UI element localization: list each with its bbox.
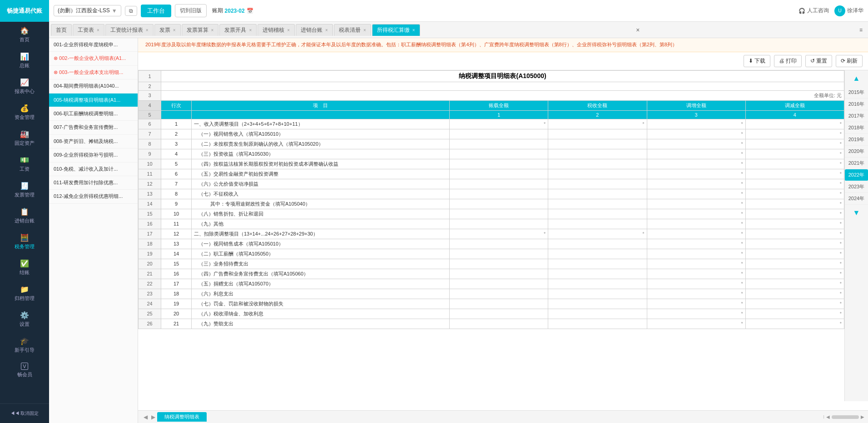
company-select[interactable]: (勿删）江西股金-LSS ▼ (54, 5, 121, 16)
calendar-icon[interactable]: 📅 (247, 8, 253, 14)
period-label: 账期 (212, 7, 223, 15)
tab-invoice-open[interactable]: 发票开具 × (219, 24, 257, 36)
sheet-tab-nav-right[interactable]: ▶ (149, 414, 157, 420)
col-header-c2: 税收全额 (548, 100, 647, 110)
tab-salary-label: 工资表 (78, 26, 94, 34)
notice-text: 2019年度涉及取以前年度继续数据的申报表单元格需要手工维护正确，才能保证本年及… (145, 42, 677, 47)
support-button[interactable]: 🎧 人工咨询 (799, 7, 829, 15)
refresh-button[interactable]: ⟳ 刷新 (836, 55, 863, 67)
form-list-item-006[interactable]: 006-职工薪酬纳税调整明细... (49, 107, 138, 121)
tab-input-ledger[interactable]: 进销台账 × (296, 24, 333, 36)
workbench-button[interactable]: 工作台 (141, 5, 171, 17)
year-item-2021[interactable]: 2021年 (845, 157, 868, 169)
tab-invoice-close[interactable]: × (173, 28, 176, 33)
form-list-item-003[interactable]: 003-一般企业成本支出明细... (49, 66, 138, 79)
form-list-item-007[interactable]: 007-广告费和业务宣传费附... (49, 121, 138, 134)
table-row: 23 18 （六）利息支出 * * (139, 289, 844, 299)
tab-tax-clear[interactable]: 税表清册 × (334, 24, 371, 36)
year-item-2017[interactable]: 2017年 (845, 110, 868, 122)
sidebar-item-asset[interactable]: 💰 资金管理 (0, 99, 49, 125)
sidebar-item-report[interactable]: 📈 报表中心 (0, 74, 49, 99)
year-item-2020[interactable]: 2020年 (845, 146, 868, 157)
tab-invoice-calc-close[interactable]: × (211, 28, 214, 33)
headset-icon: 🎧 (799, 8, 805, 14)
pin-button[interactable]: ◀◀ 取消固定 (0, 408, 49, 419)
sidebar-item-home[interactable]: 🏠 首页 (0, 22, 49, 48)
user-menu[interactable]: U 徐泽华 (834, 5, 863, 16)
sidebar-item-salary[interactable]: 💵 工资 (0, 151, 49, 177)
tab-invoice-open-close[interactable]: × (249, 28, 252, 33)
sidebar-item-newguide[interactable]: 🎓 新手引导 (0, 332, 49, 358)
year-item-2022[interactable]: 2022年 (845, 169, 868, 181)
form-list: 001-企业所得税年度纳税申... 002-一般企业收入明细表(A1... 00… (49, 38, 138, 423)
sheet-tab-nav-left[interactable]: ◀ (142, 414, 149, 420)
horizontal-scrollbar[interactable] (832, 415, 859, 419)
tab-salary-report-close[interactable]: × (146, 28, 149, 33)
sidebar-item-archive[interactable]: 📁 归档管理 (0, 280, 49, 306)
sidebar-item-tax[interactable]: 🧮 税务管理 (0, 229, 49, 255)
invoice-icon: 🧾 (20, 182, 29, 190)
sheet-tab-main[interactable]: 纳税调整明细表 (157, 412, 207, 422)
form-list-item-008[interactable]: 008-资产折旧、摊销及纳税... (49, 135, 138, 148)
tab-income-tax[interactable]: 所得税汇算缴 × (372, 24, 420, 36)
year-item-2019[interactable]: 2019年 (845, 134, 868, 146)
year-item-2024[interactable]: 2024年 (845, 193, 868, 205)
year-item-2015[interactable]: 2015年 (845, 87, 868, 98)
spreadsheet-container[interactable]: 1 纳税调整项目明细表(A105000) 2 3 全额单位 (138, 70, 868, 410)
sidebar-item-input[interactable]: 📋 进销台账 (0, 203, 49, 229)
table-row: 10 5 （四）按权益法核算长期股权投资对初始投资成本调整确认收益 * * (139, 159, 844, 169)
tab-salary-report-label: 工资统计报表 (110, 26, 143, 34)
sidebar-item-setting[interactable]: ⚙️ 设置 (0, 306, 49, 332)
tabbar-menu[interactable]: ≡ (856, 25, 866, 35)
sidebar-item-settle[interactable]: ✅ 结账 (0, 255, 49, 280)
sidebar-item-ledger[interactable]: 📊 总账 (0, 48, 49, 74)
year-item-2023[interactable]: 2023年 (845, 181, 868, 193)
oldversion-button[interactable]: 切到旧版 (175, 4, 207, 17)
tab-salary[interactable]: 工资表 × (73, 24, 104, 36)
topbar-right: 🎧 人工咨询 U 徐泽华 (799, 5, 863, 16)
copy-button[interactable]: ⧉ (125, 6, 137, 16)
sidebar-item-fixed[interactable]: 🏭 固定资产 (0, 125, 49, 151)
fixed-icon: 🏭 (20, 130, 29, 138)
tab-salary-close[interactable]: × (97, 28, 99, 33)
table-row: 21 16 （四）广告费和业务宣传费支出（填写A105060） * * (139, 269, 844, 279)
sidebar-item-invoice[interactable]: 🧾 发票管理 (0, 177, 49, 203)
tab-salary-report[interactable]: 工资统计报表 × (105, 24, 154, 36)
table-row: 1 纳税调整项目明细表(A105000) (139, 70, 844, 82)
tab-input-check[interactable]: 进销稽核 × (258, 24, 295, 36)
tabbar-close-all[interactable]: × (632, 25, 643, 35)
tab-home[interactable]: 首页 (51, 24, 72, 36)
form-list-item-002[interactable]: 002-一般企业收入明细表(A1... (49, 52, 138, 65)
sidebar-item-member[interactable]: V 畅会员 (0, 358, 49, 383)
support-label: 人工咨询 (807, 7, 829, 15)
form-list-item-004[interactable]: 004-期间费用明细表(A1040... (49, 79, 138, 93)
form-list-item-010[interactable]: 010-免税、减计收入及加计... (49, 162, 138, 176)
tab-input-check-close[interactable]: × (287, 28, 290, 33)
form-list-item-009[interactable]: 009-企业所得税弥补亏损明... (49, 148, 138, 162)
sidebar-item-label: 固定资产 (15, 140, 35, 147)
form-list-item-012[interactable]: 012-减免企业所得税优惠明细... (49, 190, 138, 203)
notice-bar: 2019年度涉及取以前年度继续数据的申报表单元格需要手工维护正确，才能保证本年及… (138, 38, 868, 52)
table-row: 26 21 （九）赞助支出 * * (139, 319, 844, 329)
tab-income-tax-close[interactable]: × (412, 28, 415, 33)
print-button[interactable]: 🖨 打印 (774, 55, 802, 67)
tab-invoice[interactable]: 发票 × (154, 24, 181, 36)
form-list-item-011[interactable]: 011-研发费用加计扣除优惠... (49, 176, 138, 190)
tab-input-ledger-label: 进销台账 (301, 26, 322, 34)
newguide-icon: 🎓 (20, 337, 29, 345)
form-list-item-001[interactable]: 001-企业所得税年度纳税申... (49, 38, 138, 52)
download-button[interactable]: ⬇ 下载 (744, 55, 770, 67)
sidebar-item-label: 新手引导 (15, 347, 35, 354)
form-list-item-005[interactable]: 005-纳税调整项目明细表(A1... (49, 93, 138, 107)
year-nav-down[interactable]: ▼ (848, 205, 865, 221)
tax-icon: 🧮 (20, 233, 29, 242)
tab-invoice-calc[interactable]: 发票算算 × (182, 24, 219, 36)
col-header-c3: 调增全额 (647, 100, 745, 110)
year-item-2018[interactable]: 2018年 (845, 122, 868, 134)
sidebar-item-label: 报表中心 (15, 88, 35, 95)
reset-button[interactable]: ↺ 重置 (805, 55, 832, 67)
year-nav-up[interactable]: ▲ (848, 70, 865, 87)
year-item-2016[interactable]: 2016年 (845, 98, 868, 110)
tab-input-ledger-close[interactable]: × (325, 28, 328, 33)
tab-tax-clear-close[interactable]: × (363, 28, 366, 33)
